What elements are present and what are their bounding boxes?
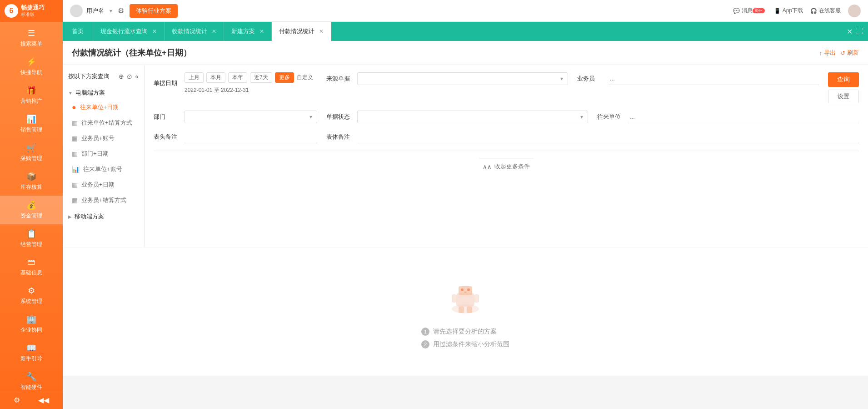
sidebar: 6 畅捷通巧 标准版 ☰ 搜索菜单 ⚡ 快捷导航 🎁 营销推广 📊 销售管理 🛒… xyxy=(0,0,63,409)
scheme-item-unit-settle[interactable]: ▦ 往来单位+结算方式 xyxy=(63,115,144,131)
scheme-mobile-arrow: ▶ xyxy=(68,214,72,219)
filter-settings-btn[interactable]: 设置 xyxy=(828,90,859,103)
dept-label: 部门 xyxy=(154,113,181,121)
sidebar-item-operation[interactable]: 📋 经营管理 xyxy=(0,224,63,253)
svg-rect-8 xyxy=(459,307,464,313)
date-btn-this-year[interactable]: 本年 xyxy=(228,72,247,83)
main-area: 用户名 ▾ ⚙ 体验行业方案 💬 消息 99+ 📱 App下载 🎧 在线客服 xyxy=(63,0,868,409)
doc-status-select-arrow: ▾ xyxy=(580,114,583,120)
messages-btn[interactable]: 💬 消息 99+ xyxy=(733,7,767,15)
export-icon: ↑ xyxy=(819,50,823,56)
page-header: 付款情况统计（往来单位+日期） ↑ 导出 ↺ 刷新 xyxy=(63,41,868,65)
doc-status-select[interactable]: ▾ xyxy=(357,111,588,123)
source-select[interactable]: ▾ xyxy=(357,72,568,85)
scheme-item-salesman-account[interactable]: ▦ 业务员+账号 xyxy=(63,131,144,146)
trial-btn[interactable]: 体验行业方案 xyxy=(130,4,178,18)
date-btn-more[interactable]: 更多 xyxy=(275,72,294,83)
scheme-item-unit-date[interactable]: ● 往来单位+日期 xyxy=(63,100,144,115)
sidebar-item-hardware[interactable]: 🔧 智能硬件 xyxy=(0,367,63,391)
user-avatar xyxy=(70,5,83,17)
header-note-input[interactable] xyxy=(185,131,317,143)
empty-state: 1 请先选择要分析的方案 2 用过滤条件来缩小分析范围 xyxy=(63,247,868,376)
tab-home[interactable]: 首页 xyxy=(63,22,93,41)
scheme-item-icon-unit-date: ● xyxy=(72,103,76,111)
settings-bottom-icon[interactable]: ⚙ xyxy=(14,396,20,404)
query-btn[interactable]: 查询 xyxy=(828,72,859,87)
logo-icon: 6 xyxy=(5,4,18,18)
filter-group-dept: 部门 ▾ xyxy=(154,111,317,123)
export-btn[interactable]: ↑ 导出 xyxy=(819,49,836,57)
topbar-right-avatar xyxy=(848,5,861,17)
sidebar-item-inventory[interactable]: 📦 库存核算 xyxy=(0,167,63,196)
scheme-item-dept-date[interactable]: ▦ 部门+日期 xyxy=(63,146,144,162)
app-download-btn[interactable]: 📱 App下载 xyxy=(774,7,803,15)
scheme-settings-icon[interactable]: ⊙ xyxy=(127,73,132,80)
svg-rect-5 xyxy=(464,292,467,293)
scheme-desktop-arrow: ▼ xyxy=(68,91,73,96)
sidebar-item-sales[interactable]: 📊 销售管理 xyxy=(0,110,63,138)
scheme-item-unit-account[interactable]: 📊 往来单位+账号 xyxy=(63,162,144,177)
tab-receipts[interactable]: 收款情况统计 ✕ xyxy=(165,22,224,41)
sidebar-item-guide[interactable]: 📖 新手引导 xyxy=(0,338,63,367)
date-btn-custom[interactable]: 自定义 xyxy=(297,74,313,81)
topbar-dropdown-arrow[interactable]: ▾ xyxy=(110,8,112,14)
tab-payments[interactable]: 付款情况统计 ✕ xyxy=(272,22,331,41)
scheme-item-icon-salesman-date: ▦ xyxy=(72,181,78,188)
empty-robot-svg xyxy=(445,277,486,318)
related-unit-input[interactable] xyxy=(628,111,859,123)
empty-tip-2: 2 用过滤条件来缩小分析范围 xyxy=(421,340,509,348)
sidebar-item-system[interactable]: ⚙ 系统管理 xyxy=(0,281,63,310)
tab-new-scheme[interactable]: 新建方案 ✕ xyxy=(224,22,272,41)
sidebar-item-finance[interactable]: 💰 资金管理 xyxy=(0,196,63,224)
filter-row-2: 部门 ▾ 单据状态 ▾ 往来单位 xyxy=(154,111,859,123)
scheme-item-salesman-date[interactable]: ▦ 业务员+日期 xyxy=(63,177,144,192)
scheme-desktop-group: ▼ 电脑端方案 ● 往来单位+日期 ▦ 往来单位+结算方式 ▦ 业务员+账号 xyxy=(63,86,144,208)
scheme-mobile-group[interactable]: ▶ 移动端方案 xyxy=(63,210,144,223)
sidebar-item-marketing[interactable]: 🎁 营销推广 xyxy=(0,81,63,110)
logo-text: 畅捷通巧 标准版 xyxy=(21,4,45,18)
date-range-display: 2022-01-01 至 2022-12-31 xyxy=(185,86,313,94)
topbar-settings-icon[interactable]: ⚙ xyxy=(118,6,124,15)
tab-cashflow-close[interactable]: ✕ xyxy=(152,28,157,35)
filter-group-date: 单据日期 上月 本月 本年 近7天 更多 自定义 2022-01-01 至 20… xyxy=(154,72,317,94)
sidebar-item-purchase[interactable]: 🛒 采购管理 xyxy=(0,138,63,167)
date-btn-this-month[interactable]: 本月 xyxy=(206,72,225,83)
salesman-input[interactable] xyxy=(608,72,819,85)
related-unit-label: 往来单位 xyxy=(597,113,624,121)
collapse-conditions-btn[interactable]: ∧∧ 收起更多条件 xyxy=(479,158,534,174)
sidebar-item-enterprise[interactable]: 🏢 企业协同 xyxy=(0,310,63,338)
tab-cashflow[interactable]: 现金银行流水查询 ✕ xyxy=(93,22,165,41)
scheme-add-icon[interactable]: ⊕ xyxy=(119,73,124,80)
tab-receipts-close[interactable]: ✕ xyxy=(212,28,216,35)
refresh-icon: ↺ xyxy=(840,50,845,56)
scheme-item-salesman-settle[interactable]: ▦ 业务员+结算方式 xyxy=(63,192,144,208)
system-icon: ⚙ xyxy=(28,286,35,296)
tab-new-scheme-close[interactable]: ✕ xyxy=(259,28,264,35)
tab-fullscreen-icon[interactable]: ⛶ xyxy=(856,27,863,35)
svg-rect-6 xyxy=(452,294,456,303)
collapse-row: ∧∧ 收起更多条件 xyxy=(154,151,859,174)
sidebar-item-search[interactable]: ☰ 搜索菜单 xyxy=(0,24,63,52)
scheme-desktop-header[interactable]: ▼ 电脑端方案 xyxy=(63,86,144,100)
inventory-icon: 📦 xyxy=(26,172,36,182)
date-btn-last-month[interactable]: 上月 xyxy=(185,72,204,83)
body-note-input[interactable] xyxy=(357,131,859,143)
sidebar-item-basic[interactable]: 🗃 基础信息 xyxy=(0,253,63,281)
scheme-item-icon-unit-account: 📊 xyxy=(72,166,80,173)
source-label: 来源单据 xyxy=(326,75,354,83)
filter-group-doc-status: 单据状态 ▾ xyxy=(326,111,588,123)
filter-panel: 单据日期 上月 本月 本年 近7天 更多 自定义 2022-01-01 至 20… xyxy=(145,65,868,247)
scheme-panel-actions: ⊕ ⊙ « xyxy=(119,73,139,80)
operation-icon: 📋 xyxy=(26,229,36,239)
date-btn-last-7[interactable]: 近7天 xyxy=(250,72,272,83)
svg-point-4 xyxy=(467,288,470,291)
sidebar-item-quicknav[interactable]: ⚡ 快捷导航 xyxy=(0,52,63,81)
scheme-collapse-icon[interactable]: « xyxy=(135,73,139,80)
online-service-btn[interactable]: 🎧 在线客服 xyxy=(810,7,841,15)
dept-select[interactable]: ▾ xyxy=(185,111,317,123)
refresh-btn[interactable]: ↺ 刷新 xyxy=(840,49,859,57)
svg-point-3 xyxy=(461,288,464,291)
tab-payments-close[interactable]: ✕ xyxy=(319,28,324,35)
collapse-sidebar-icon[interactable]: ◀◀ xyxy=(38,396,49,404)
tab-close-all-icon[interactable]: ✕ xyxy=(847,27,853,36)
